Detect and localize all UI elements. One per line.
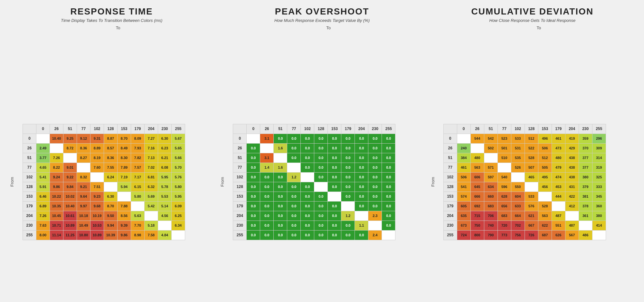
- table-row: 1530.00.00.00.00.00.00.00.00.00.0: [233, 192, 395, 201]
- matrix-cell: 7.27: [145, 134, 158, 143]
- po-to-label: To: [220, 25, 424, 30]
- matrix-cell: 7.63: [36, 221, 50, 230]
- matrix-cell: 8.89: [90, 143, 104, 153]
- matrix-cell: 4.56: [158, 211, 172, 221]
- matrix-cell: 0.0: [260, 172, 274, 182]
- matrix-cell: 0.0: [368, 134, 382, 143]
- table-row: 255724800790773756726687626567486: [443, 230, 606, 240]
- matrix-cell: 0.0: [274, 221, 287, 230]
- matrix-cell: 361: [579, 211, 592, 221]
- matrix-cell: 8.22: [50, 163, 63, 172]
- matrix-cell: 6.08: [158, 163, 172, 172]
- matrix-row-header: 204: [233, 211, 247, 221]
- matrix-cell: 0.0: [260, 221, 274, 230]
- matrix-cell: 567: [565, 230, 579, 240]
- matrix-cell: 0.0: [260, 192, 274, 201]
- matrix-cell: 10.40: [63, 201, 77, 211]
- peak-overshoot-panel: PEAK OVERSHOOT How Much Response Exceeds…: [220, 6, 424, 302]
- matrix-cell: 480: [552, 153, 565, 163]
- matrix-cell: 370: [579, 143, 592, 153]
- matrix-row-header: 102: [233, 172, 247, 182]
- matrix-col-header: 128: [314, 124, 328, 134]
- matrix-cell: 0.0: [247, 143, 260, 153]
- matrix-cell: 533: [511, 134, 525, 143]
- matrix-cell: 5.53: [158, 192, 172, 201]
- matrix-cell: [77, 163, 90, 172]
- matrix-cell: 0.0: [355, 230, 368, 240]
- matrix-cell: 0.0: [355, 182, 368, 192]
- table-row: 2558.0011.1411.2510.8010.8910.399.868.98…: [23, 230, 185, 240]
- matrix-cell: 0.0: [301, 221, 314, 230]
- matrix-cell: 8.98: [131, 230, 145, 240]
- matrix-cell: 7.26: [36, 211, 50, 221]
- matrix-cell: 0.0: [368, 182, 382, 192]
- matrix-col-header: [23, 124, 36, 134]
- cd-matrix: 0265177102128153179204230255054454252353…: [443, 124, 606, 240]
- matrix-cell: 692: [470, 201, 484, 211]
- matrix-cell: 0.0: [314, 143, 328, 153]
- matrix-cell: 0.0: [382, 182, 395, 192]
- matrix-cell: 2.49: [36, 143, 50, 153]
- matrix-col-header: 230: [158, 124, 172, 134]
- matrix-col-header: 153: [538, 124, 552, 134]
- matrix-cell: 5.14: [158, 201, 172, 211]
- matrix-cell: 9.25: [63, 134, 77, 143]
- matrix-cell: 0.0: [287, 230, 301, 240]
- table-row: 2307.6310.7110.8910.4910.539.949.397.705…: [23, 221, 185, 230]
- matrix-cell: 8.00: [36, 230, 50, 240]
- matrix-cell: 9.86: [50, 182, 63, 192]
- matrix-cell: 5.42: [145, 201, 158, 211]
- matrix-cell: 667: [525, 221, 538, 230]
- matrix-col-header: 255: [172, 124, 185, 134]
- matrix-row-header: 26: [233, 143, 247, 153]
- matrix-cell: 706: [484, 211, 497, 221]
- matrix-col-header: 255: [592, 124, 606, 134]
- matrix-cell: 0.0: [382, 143, 395, 153]
- matrix-cell: 7.58: [145, 230, 158, 240]
- rt-from-label: From: [10, 31, 23, 302]
- matrix-row-header: 102: [23, 172, 36, 182]
- matrix-cell: [145, 211, 158, 221]
- matrix-cell: 377: [579, 163, 592, 172]
- matrix-cell: 422: [565, 192, 579, 201]
- matrix-cell: 240: [457, 143, 470, 153]
- matrix-cell: 664: [511, 211, 525, 221]
- matrix-row-header: 26: [23, 143, 36, 153]
- matrix-cell: 1.6: [274, 143, 287, 153]
- matrix-cell: 531: [511, 143, 525, 153]
- table-row: 1796.8910.3510.409.979.688.707.885.425.1…: [23, 201, 185, 211]
- table-row: 2300.00.00.00.00.00.00.00.01.10.0: [233, 221, 395, 230]
- table-row: 77461563571526507505479438377319: [443, 163, 606, 172]
- matrix-cell: [457, 134, 470, 143]
- matrix-cell: 6.09: [172, 201, 185, 211]
- table-row: 510.03.10.00.00.00.00.00.00.00.0: [233, 153, 395, 163]
- matrix-cell: 0.0: [247, 201, 260, 211]
- matrix-cell: 8.32: [77, 172, 90, 182]
- matrix-cell: 507: [525, 163, 538, 172]
- po-from-label: From: [220, 31, 233, 302]
- matrix-cell: 444: [552, 192, 565, 201]
- matrix-cell: 0.0: [274, 230, 287, 240]
- matrix-cell: 7.88: [118, 201, 131, 211]
- matrix-cell: 496: [538, 134, 552, 143]
- matrix-col-header: 0: [36, 124, 50, 134]
- table-row: 770.01.41.60.00.00.00.00.00.00.0: [233, 163, 395, 172]
- matrix-cell: 438: [565, 153, 579, 163]
- matrix-row-header: 51: [443, 153, 457, 163]
- matrix-cell: 6.46: [36, 192, 50, 201]
- rt-to-label: To: [10, 25, 213, 30]
- po-matrix-container-table: 026517710212815317920423025503.10.00.00.…: [233, 124, 395, 240]
- matrix-cell: 0.0: [274, 134, 287, 143]
- matrix-cell: 0.0: [247, 192, 260, 201]
- matrix-row-header: 230: [23, 221, 36, 230]
- matrix-cell: 533: [525, 192, 538, 201]
- matrix-col-header: 26: [50, 124, 63, 134]
- matrix-cell: 715: [470, 211, 484, 221]
- matrix-cell: [579, 221, 592, 230]
- matrix-cell: 495: [538, 172, 552, 182]
- matrix-cell: 740: [484, 221, 497, 230]
- matrix-cell: 0.0: [274, 192, 287, 201]
- matrix-cell: 606: [470, 172, 484, 182]
- matrix-row-header: 51: [23, 153, 36, 163]
- matrix-cell: 9.31: [90, 134, 104, 143]
